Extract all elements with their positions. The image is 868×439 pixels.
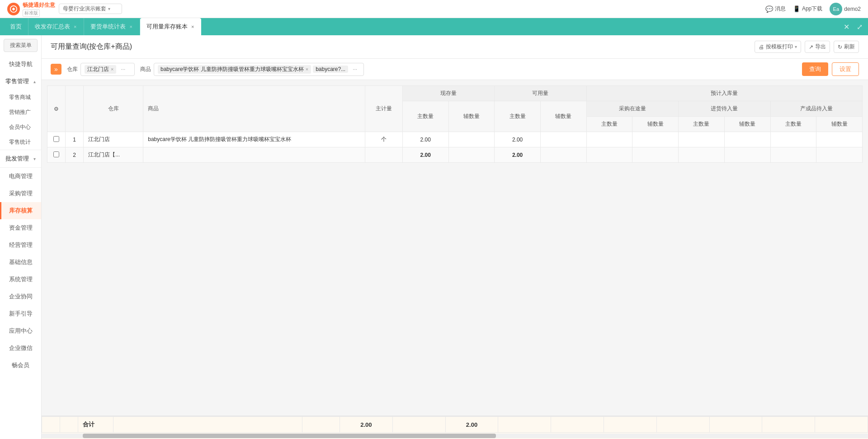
sidebar-item-retail-mall[interactable]: 零售商城 xyxy=(0,90,41,105)
th-planned-inbound: 预计入库量 xyxy=(586,86,862,101)
table-row: 1 江北门店 babycare学饮杯 儿童防摔防撞吸管杯重力球吸嘴杯宝宝水杯 个… xyxy=(47,132,863,147)
th-purchase-transit: 采购在途量 xyxy=(586,101,678,117)
sidebar-item-enterprise[interactable]: 企业协同 xyxy=(0,288,41,305)
sidebar-item-basic[interactable]: 基础信息 xyxy=(0,254,41,271)
row2-current-main: 2.00 xyxy=(402,147,448,163)
content-area: 可用量查询(按仓库+商品) 🖨 按模板打印 ▾ ↗ 导出 ↻ 刷新 » xyxy=(42,35,868,439)
refresh-button[interactable]: ↻ 刷新 xyxy=(834,41,859,53)
tab-home[interactable]: 首页 xyxy=(4,18,28,35)
data-table: ⚙ 仓库 商品 主计量 现存量 可用量 预计入库量 主数量 辅数量 主数量 辅数… xyxy=(47,85,863,163)
sidebar-item-retail-stats[interactable]: 零售统计 xyxy=(0,135,41,150)
product-tag-1-remove[interactable]: × xyxy=(306,66,308,72)
sidebar-item-ecommerce[interactable]: 电商管理 xyxy=(0,168,41,185)
scrollbar-thumb[interactable] xyxy=(83,434,496,438)
th-current-stock: 现存量 xyxy=(402,86,494,101)
logo-icon xyxy=(7,3,20,15)
sidebar-item-finance[interactable]: 资金管理 xyxy=(0,219,41,236)
tab-bar-actions: ✕ ⤢ xyxy=(842,21,864,33)
tab-available-inventory-close[interactable]: × xyxy=(190,24,195,30)
footer-row: 合计 2.00 2.00 xyxy=(42,417,868,433)
chevron-down-icon: ▾ xyxy=(33,156,36,161)
th-purchase-main: 主数量 xyxy=(586,117,632,132)
print-icon: 🖨 xyxy=(759,44,764,50)
sidebar-item-members[interactable]: 会员中心 xyxy=(0,120,41,135)
username-label: demo2 xyxy=(844,6,861,12)
warehouse-more[interactable]: ··· xyxy=(118,65,128,73)
tab-bar: 首页 收发存汇总表 × 要货单统计表 × 可用量库存账本 × ✕ ⤢ xyxy=(0,18,868,35)
row2-purchase-main xyxy=(586,147,632,163)
search-menu-button[interactable]: 搜索菜单 xyxy=(4,39,38,52)
row2-purchase-aux xyxy=(632,147,679,163)
sidebar-item-operations[interactable]: 经营管理 xyxy=(0,236,41,254)
tab-requisition-stats[interactable]: 要货单统计表 × xyxy=(84,18,140,35)
warehouse-filter-input[interactable]: 江北门店 × ··· xyxy=(80,63,135,76)
print-button[interactable]: 🖨 按模板打印 ▾ xyxy=(755,41,801,53)
row1-check[interactable] xyxy=(47,132,66,147)
sidebar-item-wechat[interactable]: 企业微信 xyxy=(0,340,41,357)
row1-current-aux xyxy=(448,132,495,147)
tab-requisition-stats-label: 要货单统计表 xyxy=(90,23,126,31)
row2-check[interactable] xyxy=(47,147,66,163)
row1-production-aux xyxy=(816,132,863,147)
product-more[interactable]: ··· xyxy=(350,65,360,73)
refresh-label: 刷新 xyxy=(844,43,855,51)
sidebar-item-inventory[interactable]: 库存核算 xyxy=(0,202,41,219)
message-icon: 💬 xyxy=(765,5,773,13)
row2-checkbox[interactable] xyxy=(53,151,59,157)
page-header: 可用量查询(按仓库+商品) 🖨 按模板打印 ▾ ↗ 导出 ↻ 刷新 xyxy=(42,35,868,59)
sidebar-item-member[interactable]: 畅会员 xyxy=(0,357,41,374)
user-profile[interactable]: Ea demo2 xyxy=(830,3,861,15)
sidebar: 搜索菜单 快捷导航 零售管理 ▴ 零售商城 营销推广 会员中心 零售统计 批发管… xyxy=(0,35,42,439)
th-gear[interactable]: ⚙ xyxy=(47,86,66,132)
industry-selector[interactable]: 母婴行业演示账套 ▾ xyxy=(59,4,122,14)
table-row: 2 江北门店【... 2.00 2.00 xyxy=(47,147,863,163)
tab-receipt-summary-close[interactable]: × xyxy=(73,24,77,30)
footer-current-main: 2.00 xyxy=(340,417,392,433)
sidebar-item-marketing[interactable]: 营销推广 xyxy=(0,105,41,120)
th-unit: 主计量 xyxy=(365,86,402,132)
messages-button[interactable]: 💬 消息 xyxy=(765,5,786,13)
sidebar-item-system[interactable]: 系统管理 xyxy=(0,271,41,288)
sidebar-section-wholesale: 批发管理 ▾ xyxy=(0,150,41,168)
sidebar-item-quicknav[interactable]: 快捷导航 xyxy=(0,56,41,73)
export-button[interactable]: ↗ 导出 xyxy=(805,41,830,53)
tab-home-label: 首页 xyxy=(10,23,22,31)
tab-receipt-summary-label: 收发存汇总表 xyxy=(35,23,70,31)
close-tab-button[interactable]: ✕ xyxy=(842,21,851,33)
horizontal-scrollbar[interactable] xyxy=(42,434,868,438)
warehouse-tag-remove[interactable]: × xyxy=(111,66,113,72)
table-footer: 合计 2.00 2.00 xyxy=(42,415,868,439)
filter-expand-button[interactable]: » xyxy=(51,64,61,75)
th-production-main: 主数量 xyxy=(770,117,816,132)
sidebar-section-retail: 零售管理 ▴ 零售商城 营销推广 会员中心 零售统计 xyxy=(0,73,41,150)
th-current-main-qty: 主数量 xyxy=(402,101,448,132)
tab-receipt-summary[interactable]: 收发存汇总表 × xyxy=(28,18,84,35)
product-filter-group: 商品 babycare学饮杯 儿童防摔防撞吸管杯重力球吸嘴杯宝宝水杯 × bab… xyxy=(140,63,364,76)
tab-available-inventory[interactable]: 可用量库存账本 × xyxy=(140,18,201,35)
sidebar-item-appcenter[interactable]: 应用中心 xyxy=(0,322,41,340)
sidebar-item-newguide[interactable]: 新手引导 xyxy=(0,305,41,322)
footer-label: 合计 xyxy=(78,417,113,433)
print-dropdown-icon: ▾ xyxy=(795,44,797,49)
sidebar-item-purchase[interactable]: 采购管理 xyxy=(0,185,41,202)
row1-checkbox[interactable] xyxy=(53,136,59,142)
sidebar-section-retail-header[interactable]: 零售管理 ▴ xyxy=(0,73,41,90)
product-filter-input[interactable]: babycare学饮杯 儿童防摔防撞吸管杯重力球吸嘴杯宝宝水杯 × babyca… xyxy=(154,63,364,76)
row1-seq: 1 xyxy=(66,132,84,147)
th-inbound-main: 主数量 xyxy=(679,117,725,132)
sidebar-section-wholesale-header[interactable]: 批发管理 ▾ xyxy=(0,150,41,167)
industry-label: 母婴行业演示账套 xyxy=(63,5,106,13)
row1-purchase-main xyxy=(586,132,632,147)
query-button[interactable]: 查询 xyxy=(802,62,828,76)
page-header-actions: 🖨 按模板打印 ▾ ↗ 导出 ↻ 刷新 xyxy=(755,41,859,53)
retail-label: 零售管理 xyxy=(5,77,29,85)
app-download-button[interactable]: 📱 App下载 xyxy=(793,5,822,13)
tab-available-inventory-label: 可用量库存账本 xyxy=(146,23,188,31)
expand-button[interactable]: ⤢ xyxy=(855,21,864,33)
phone-icon: 📱 xyxy=(793,5,800,12)
row1-purchase-aux xyxy=(632,132,679,147)
row1-available-main: 2.00 xyxy=(495,132,541,147)
tab-requisition-stats-close[interactable]: × xyxy=(128,24,133,30)
messages-label: 消息 xyxy=(775,5,786,13)
settings-button[interactable]: 设置 xyxy=(832,62,859,76)
